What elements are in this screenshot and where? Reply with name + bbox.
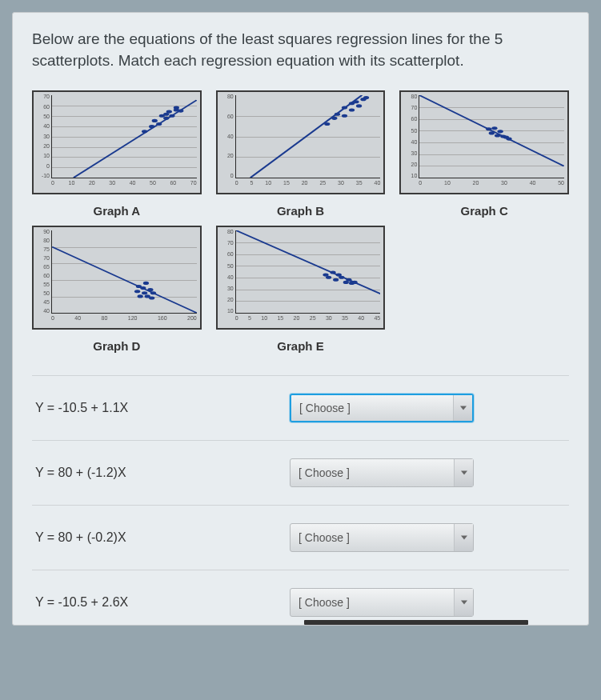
svg-point-33 (507, 138, 512, 141)
spacer (399, 226, 569, 353)
svg-point-28 (492, 126, 498, 130)
svg-point-48 (330, 271, 335, 274)
choose-dropdown-2[interactable]: [ Choose ] (290, 523, 474, 552)
y-axis-labels: 90807570656055504540 (35, 229, 50, 314)
svg-point-38 (140, 286, 146, 290)
x-axis-labels: 01020304050 (419, 180, 564, 191)
svg-point-6 (163, 117, 169, 120)
choose-dropdown-0[interactable]: [ Choose ] (290, 394, 474, 422)
x-axis-labels: 0510152025303540 (235, 180, 381, 191)
equation-label: Y = 80 + (-0.2)X (32, 530, 290, 545)
svg-point-12 (178, 110, 183, 113)
equation-label: Y = -10.5 + 1.1X (32, 401, 290, 415)
x-axis-labels: 051015202530354045 (235, 315, 381, 326)
chart-frame-e: 8070605040302010 051015202530354045 (216, 226, 386, 330)
svg-point-49 (333, 278, 339, 282)
svg-point-30 (498, 130, 503, 133)
svg-point-44 (150, 291, 156, 294)
equation-label: Y = 80 + (-1.2)X (32, 466, 290, 480)
svg-point-16 (335, 113, 340, 116)
svg-point-11 (174, 106, 179, 110)
dropdown-placeholder: [ Choose ] (298, 466, 350, 479)
chevron-down-icon (454, 589, 473, 616)
svg-point-22 (356, 105, 362, 108)
chart-frame-b: 806040200 0510152025303540 (216, 90, 386, 194)
svg-point-39 (142, 291, 147, 294)
chevron-down-icon (454, 459, 473, 486)
svg-point-37 (138, 295, 143, 298)
graph-b-title: Graph B (216, 204, 386, 218)
chart-frame-c: 8070605040302010 01020304050 (399, 90, 569, 194)
charts-row-2: 90807570656055504540 04080120160200 Grap… (32, 226, 569, 353)
graph-d-title: Graph D (32, 339, 202, 353)
graph-d: 90807570656055504540 04080120160200 Grap… (32, 226, 202, 353)
svg-point-21 (353, 100, 359, 103)
chevron-down-icon (453, 395, 472, 421)
svg-point-8 (166, 110, 172, 114)
svg-point-2 (149, 125, 154, 128)
choose-dropdown-3[interactable]: [ Choose ] (290, 588, 474, 617)
svg-point-9 (169, 114, 174, 118)
svg-point-17 (342, 114, 347, 118)
svg-point-1 (142, 130, 147, 133)
svg-line-25 (419, 95, 564, 166)
charts-row-1: 706050403020100-10 010203040506070 Graph… (32, 90, 569, 218)
svg-line-45 (236, 230, 381, 294)
match-row-1: Y = 80 + (-1.2)X [ Choose ] (32, 440, 569, 505)
dropdown-placeholder: [ Choose ] (298, 596, 350, 609)
svg-point-43 (149, 297, 154, 300)
dropdown-placeholder: [ Choose ] (299, 402, 351, 414)
svg-point-18 (342, 106, 347, 110)
svg-point-14 (324, 122, 330, 126)
svg-point-35 (134, 290, 140, 293)
graph-c-title: Graph C (399, 204, 569, 218)
chart-frame-a: 706050403020100-10 010203040506070 (32, 90, 202, 194)
chart-frame-d: 90807570656055504540 04080120160200 (32, 226, 202, 330)
svg-point-4 (156, 122, 162, 126)
svg-point-42 (147, 288, 153, 291)
y-axis-labels: 8070605040302010 (403, 94, 417, 178)
svg-point-51 (339, 276, 344, 279)
svg-point-47 (326, 276, 331, 279)
dropdown-placeholder: [ Choose ] (298, 531, 350, 544)
svg-point-19 (349, 109, 355, 112)
graph-b: 806040200 0510152025303540 Graph B (216, 90, 386, 218)
svg-point-26 (486, 127, 491, 130)
match-row-3: Y = -10.5 + 2.6X [ Choose ] (32, 570, 569, 620)
y-axis-labels: 8070605040302010 (219, 229, 234, 314)
scrollbar[interactable] (304, 620, 528, 625)
x-axis-labels: 010203040506070 (51, 180, 197, 191)
y-axis-labels: 806040200 (219, 94, 234, 178)
svg-point-3 (152, 119, 158, 122)
graph-a-title: Graph A (32, 204, 202, 218)
svg-point-27 (489, 132, 495, 135)
question-card: Below are the equations of the least squ… (12, 12, 589, 626)
svg-point-40 (143, 282, 149, 285)
graph-e-title: Graph E (216, 339, 386, 353)
graph-c: 8070605040302010 01020304050 Graph C (399, 90, 569, 218)
question-text: Below are the equations of the least squ… (32, 29, 569, 71)
equation-label: Y = -10.5 + 2.6X (32, 595, 290, 610)
svg-point-53 (346, 278, 351, 282)
choose-dropdown-1[interactable]: [ Choose ] (290, 458, 474, 487)
svg-point-29 (495, 134, 500, 138)
graph-a: 706050403020100-10 010203040506070 Graph… (32, 90, 202, 218)
x-axis-labels: 04080120160200 (51, 315, 197, 326)
y-axis-labels: 706050403020100-10 (35, 94, 50, 178)
svg-point-15 (331, 117, 337, 120)
svg-line-34 (52, 247, 197, 313)
svg-line-0 (74, 100, 197, 178)
match-row-2: Y = 80 + (-0.2)X [ Choose ] (32, 505, 569, 570)
svg-point-24 (363, 96, 369, 99)
chevron-down-icon (454, 524, 473, 551)
match-row-0: Y = -10.5 + 1.1X [ Choose ] (32, 375, 569, 440)
svg-point-55 (351, 281, 357, 284)
graph-e: 8070605040302010 051015202530354045 Grap… (216, 226, 386, 353)
